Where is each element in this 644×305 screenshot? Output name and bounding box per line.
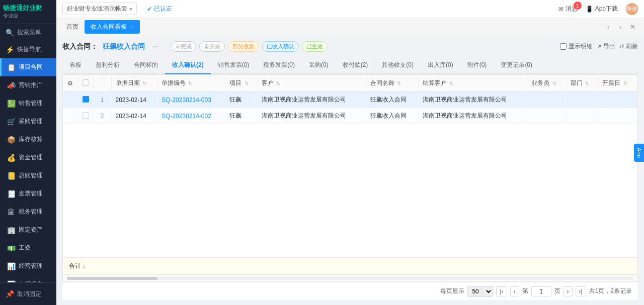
sort-billdate-icon[interactable]: ⇅ [623,80,627,86]
col-project-header[interactable]: 项目 ⇅ [225,75,258,92]
col-project-label: 项目 [229,79,242,86]
sidebar-item-label-project: 项目合同 [19,63,43,71]
sort-customer-icon[interactable]: ⇅ [276,80,280,86]
first-page-btn[interactable]: |‹ [496,286,507,296]
sidebar-item-purchase[interactable]: 🛒 采购管理 [0,113,56,131]
sidebar-item-funds[interactable]: 💰 资金管理 [0,149,56,167]
message-btn[interactable]: ✉ 1 消息 [558,5,578,13]
col-code-header[interactable]: 单据编号 ⇅ [157,75,225,92]
next-page-btn[interactable]: › [564,286,573,296]
sort-project-icon[interactable]: ⇅ [245,80,249,86]
table-row[interactable]: 22023-02-14 SQ-20230214-002 狂飙 湖南卫视商业运营发… [63,108,637,124]
col-checkbox-header[interactable] [78,75,93,92]
sidebar-item-report[interactable]: 📈 小畅报告 [0,275,56,282]
status-tag-uninvoiced[interactable]: 未开票 [199,41,225,52]
sidebar-item-label-marketing: 营销推广 [19,81,43,89]
col-billdate-header[interactable]: 开票日 ⇅ [598,75,637,92]
col-settings-header[interactable]: ⚙ [63,75,78,92]
app-download-btn[interactable]: 📱 App下载 [586,5,618,13]
status-tag-incomplete[interactable]: 未完成 [171,41,196,52]
app-download-label: App下载 [595,5,618,13]
col-customer-header[interactable]: 客户 ⇅ [257,75,366,92]
tab-change-log[interactable]: 变更记录(0) [494,57,539,74]
show-detail-checkbox[interactable]: 显示明细 [560,42,593,51]
user-avatar-btn[interactable]: 珠珠 [626,3,638,15]
sidebar-unpin-btn[interactable]: 📌 取消固定 [0,286,56,302]
col-final-customer-header[interactable]: 结算客户 ⇅ [419,75,527,92]
sort-date-icon[interactable]: ⇅ [142,80,146,86]
tab-close-all-btn[interactable]: ✕ [627,22,638,33]
row-code-link[interactable]: SQ-20230214-003 [162,96,211,104]
right-float-btn[interactable]: Arm [634,143,644,161]
page-number-input[interactable] [531,286,551,296]
tab-prev-btn[interactable]: ‹ [603,22,614,33]
sidebar-item-tax[interactable]: 🏛 税务管理 [0,203,56,221]
select-all-checkbox[interactable] [83,79,89,86]
table-row[interactable]: 12023-02-14 SQ-20230214-003 狂飙 湖南卫视商业运营发… [63,92,637,108]
row-checkbox[interactable] [83,112,89,119]
more-options-btn[interactable]: ··· [150,42,160,51]
tab-next-btn[interactable]: › [615,22,626,33]
col-salesman-header[interactable]: 业务员 ⇅ [527,75,567,92]
refresh-btn[interactable]: ↺ 刷新 [619,42,638,51]
tab-contract-subject[interactable]: 合同标的 [127,57,165,74]
tab-payment[interactable]: 收付款(2) [336,57,375,74]
row-code[interactable]: SQ-20230214-002 [157,108,225,124]
sidebar-item-project-contract[interactable]: 📋 项目合同 [0,58,56,76]
tab-tax-invoice[interactable]: 税务发票(0) [256,57,302,74]
sidebar-item-ledger[interactable]: 📒 总账管理 [0,167,56,185]
search-icon: 🔍 [5,28,14,37]
sidebar-item-quicknav[interactable]: ⚡ 快捷导航 [0,41,56,58]
col-dept-header[interactable]: 部门 ⇅ [566,75,598,92]
sidebar-item-inventory[interactable]: 📦 库存核算 [0,131,56,149]
row-code-link[interactable]: SQ-20230214-002 [162,113,211,120]
tab-purchase[interactable]: 采购(0) [302,57,336,74]
row-checkbox-cell[interactable] [78,92,93,108]
tab-revenue-confirm[interactable]: 收入确认(2) [165,57,211,74]
tab-attachment[interactable]: 附件(0) [460,57,494,74]
sidebar-item-invoice[interactable]: 🧾 发票管理 [0,185,56,203]
per-page-select[interactable]: 20 50 100 [467,286,493,297]
col-contract-header[interactable]: 合同名称 ⇅ [366,75,419,92]
sidebar-item-search[interactable]: 🔍 搜索菜单 [0,24,56,41]
cert-status: ✔ 已认证 [147,5,172,13]
last-page-btn[interactable]: ›| [576,286,586,296]
tab-sales-invoice[interactable]: 销售发票(0) [211,57,257,74]
row-checkbox[interactable] [83,96,89,103]
status-tag-effective[interactable]: 已生效 [302,41,328,52]
sort-code-icon[interactable]: ⇅ [188,80,192,86]
sort-dept-icon[interactable]: ⇅ [585,80,589,86]
row-date: 2023-02-14 [111,108,157,124]
sort-contract-icon[interactable]: ⇅ [397,80,401,86]
tab-warehouse[interactable]: 出入库(0) [421,57,460,74]
tab-contract-board[interactable]: 收入合同看板 × [85,20,140,34]
sort-salesman-icon[interactable]: ⇅ [552,80,556,86]
tab-profit[interactable]: 盈利分析 [89,57,127,74]
tab-other[interactable]: 其他收支(0) [375,57,421,74]
sidebar-item-marketing[interactable]: 📣 营销推广 [0,76,56,94]
scrollbar-thumb[interactable] [67,277,157,280]
export-btn[interactable]: ↗ 导出 [597,42,615,51]
col-date-header[interactable]: 单据日期 ⇅ [111,75,157,92]
sidebar-item-sales[interactable]: 💹 销售管理 [0,94,56,113]
avatar-text: 珠珠 [626,5,637,13]
company-selector[interactable]: 好业财专业版演示帐套 ▾ [62,3,137,15]
status-tag-partial[interactable]: 部分收款 [228,41,259,52]
show-detail-input[interactable] [560,43,567,50]
tab-kanban[interactable]: 看板 [62,57,89,74]
tab-close-btn[interactable]: × [130,23,134,31]
sidebar-item-salary[interactable]: 💵 工资 [0,239,56,257]
row-checkbox-cell[interactable] [78,108,93,124]
sidebar-item-label-quicknav: 快捷导航 [17,45,41,54]
sidebar-item-assets[interactable]: 🏢 固定资产 [0,221,56,239]
tabbar: 首页 收入合同看板 × ‹ › ✕ [56,18,644,36]
breadcrumb-home[interactable]: 首页 [62,21,83,33]
prev-page-btn[interactable]: ‹ [510,286,519,296]
settings-gear-icon[interactable]: ⚙ [67,80,73,87]
col-salesman-label: 业务员 [531,79,549,86]
sidebar-item-management[interactable]: 📊 经营管理 [0,257,56,275]
status-tag-confirmed[interactable]: 已收入确认 [262,41,299,52]
sort-final-customer-icon[interactable]: ⇅ [449,80,453,86]
row-code[interactable]: SQ-20230214-003 [157,92,225,108]
data-table: ⚙ 单据日期 ⇅ 单据编号 ⇅ [63,75,637,124]
